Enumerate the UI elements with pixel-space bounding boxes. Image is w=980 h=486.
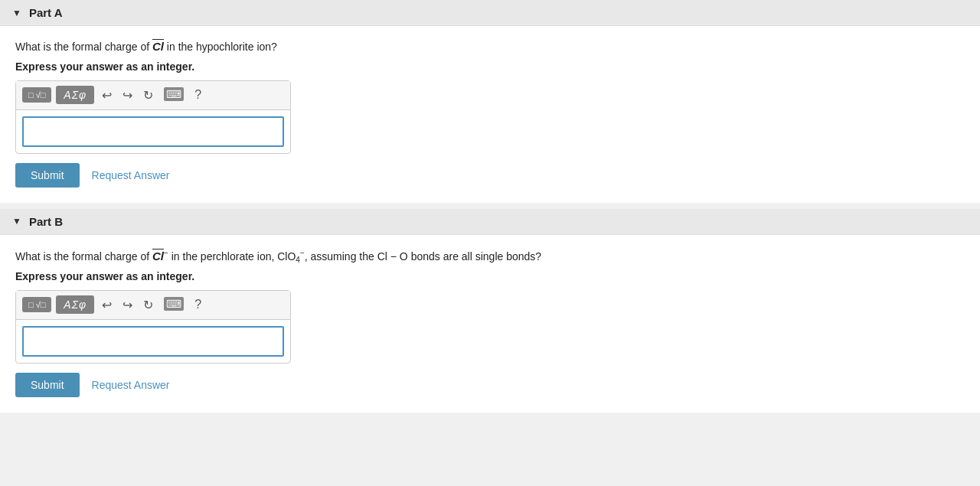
part-b-question-prefix: What is the formal charge of xyxy=(15,250,152,262)
part-b-submit-button[interactable]: Submit xyxy=(15,373,80,397)
part-b-sqrt-icon: √□ xyxy=(36,300,46,309)
part-a-question-prefix: What is the formal charge of xyxy=(15,41,152,53)
part-a-action-row: Submit Request Answer xyxy=(15,163,965,188)
part-a-greek-btn[interactable]: ΑΣφ xyxy=(56,86,94,104)
part-a-chevron-icon[interactable]: ▼ xyxy=(12,8,21,18)
part-a-answer-input[interactable] xyxy=(22,116,284,147)
part-a-question: What is the formal charge of Cl in the h… xyxy=(15,38,965,56)
part-b-math-container: □ √□ ΑΣφ ↩ ↪ ↻ ? xyxy=(15,290,291,364)
part-a-keyboard-btn[interactable] xyxy=(161,86,187,105)
part-b-answer-input[interactable] xyxy=(22,326,284,357)
part-a-refresh-btn[interactable]: ↻ xyxy=(140,86,156,104)
part-b-action-row: Submit Request Answer xyxy=(15,373,965,397)
part-b-help-btn[interactable]: ? xyxy=(191,296,204,313)
part-b-cl-element: Cl xyxy=(152,249,164,262)
part-a-help-btn[interactable]: ? xyxy=(191,86,204,103)
part-b-keyboard-icon xyxy=(164,297,184,311)
part-b-request-answer-link[interactable]: Request Answer xyxy=(92,379,170,391)
part-a-toolbar: □ √□ ΑΣφ ↩ ↪ ↻ ? xyxy=(16,81,290,110)
part-b-refresh-btn[interactable]: ↻ xyxy=(140,296,156,314)
part-a-section: ▼ Part A What is the formal charge of Cl… xyxy=(0,0,980,203)
part-a-template-icon: □ xyxy=(28,90,34,99)
part-b-section: ▼ Part B What is the formal charge of Cl… xyxy=(0,209,980,413)
part-a-express-label: Express your answer as an integer. xyxy=(15,60,965,73)
part-a-header[interactable]: ▼ Part A xyxy=(0,0,980,26)
part-b-question-suffix: , assuming the Cl − O bonds are all sing… xyxy=(305,250,541,262)
part-a-sqrt-icon: √□ xyxy=(36,90,46,99)
part-b-template-icon: □ xyxy=(28,300,34,309)
part-a-submit-button[interactable]: Submit xyxy=(15,163,80,188)
part-a-cl-element: Cl xyxy=(152,40,164,53)
part-a-undo-btn[interactable]: ↩ xyxy=(99,86,115,104)
part-b-question: What is the formal charge of Cl− in the … xyxy=(15,247,965,266)
part-b-redo-btn[interactable]: ↪ xyxy=(119,296,136,314)
part-a-request-answer-link[interactable]: Request Answer xyxy=(92,169,170,181)
part-b-title: Part B xyxy=(29,215,63,228)
part-b-body: What is the formal charge of Cl− in the … xyxy=(0,235,980,413)
part-a-body: What is the formal charge of Cl in the h… xyxy=(0,26,980,203)
part-b-question-middle: in the perchlorate ion, ClO xyxy=(168,250,296,262)
part-a-keyboard-icon xyxy=(164,87,184,101)
part-a-template-btn[interactable]: □ √□ xyxy=(22,87,51,103)
part-b-keyboard-btn[interactable] xyxy=(161,295,187,315)
part-a-input-area xyxy=(16,110,290,153)
part-b-undo-btn[interactable]: ↩ xyxy=(99,296,115,314)
part-b-greek-btn[interactable]: ΑΣφ xyxy=(56,295,94,314)
part-a-redo-btn[interactable]: ↪ xyxy=(119,86,136,104)
part-b-express-label: Express your answer as an integer. xyxy=(15,270,965,282)
part-b-chevron-icon[interactable]: ▼ xyxy=(12,216,21,227)
part-a-title: Part A xyxy=(29,6,63,19)
part-b-template-btn[interactable]: □ √□ xyxy=(22,297,51,312)
part-b-input-area xyxy=(16,320,290,363)
part-b-header[interactable]: ▼ Part B xyxy=(0,209,980,235)
part-a-math-container: □ √□ ΑΣφ ↩ ↪ ↻ ? xyxy=(15,80,291,154)
part-b-toolbar: □ √□ ΑΣφ ↩ ↪ ↻ ? xyxy=(16,291,290,320)
part-a-question-suffix: in the hypochlorite ion? xyxy=(164,41,277,53)
